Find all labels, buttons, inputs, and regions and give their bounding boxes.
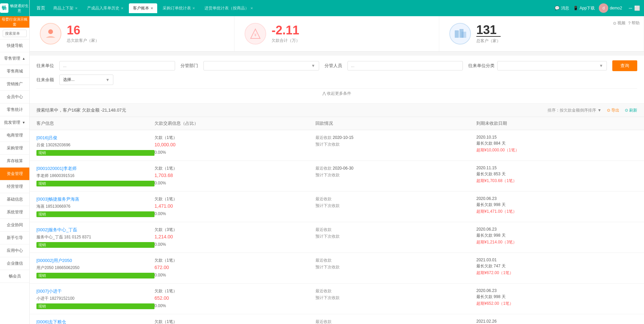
- sidebar-item-sys-mgmt[interactable]: 系统管理: [0, 206, 29, 219]
- filter-person: 分管人员 ...: [325, 61, 463, 70]
- stat-debt-customers: 16 总欠款客户（家）: [30, 16, 234, 51]
- sidebar-item-member[interactable]: 会员中心: [0, 91, 29, 104]
- sidebar-item-biz-mgmt[interactable]: 经营管理: [0, 180, 29, 193]
- table-row: [0007]小进干 小进干 18279152100 现销 欠款（1笔） 652.…: [30, 284, 644, 314]
- table-header: 客户信息 欠款交易信息（占比） 回款情况 到期未收款日期: [30, 117, 644, 130]
- overdue-link[interactable]: 超期¥1,471.00（1笔）: [476, 209, 637, 214]
- close-icon[interactable]: ✕: [150, 6, 153, 10]
- debt-customers-label: 总欠款客户（家）: [67, 38, 99, 43]
- unit-category-select[interactable]: ▼: [497, 61, 607, 70]
- sidebar-item-new-guide[interactable]: 新手引导: [0, 232, 29, 244]
- app-name: 畅捷通好生意: [10, 3, 29, 13]
- overdue-link[interactable]: 超期¥1,214.00（3笔）: [476, 239, 637, 245]
- customer-name-link[interactable]: [000002]用户2050: [36, 258, 155, 264]
- overdue-link[interactable]: 超期¥1,703.68（1笔）: [476, 178, 637, 184]
- sidebar-item-batch-mgmt[interactable]: 批发管理 ▼: [0, 116, 29, 129]
- debt-amount[interactable]: 1,471.00: [155, 203, 315, 209]
- sidebar-item-app-center[interactable]: 应用中心: [0, 244, 29, 257]
- sidebar-item-basic-info[interactable]: 基础信息: [0, 193, 29, 206]
- sidebar-item-member-vip[interactable]: 畅会员: [0, 270, 29, 283]
- return-info-cell: 最近收款 预计下次收款: [315, 288, 476, 301]
- return-info-cell: 最近收款 2020-06-30 预计下次收款: [315, 166, 476, 178]
- due-info-cell: 2020.06.23 最长欠款 998 天 超期¥1,471.00（1笔）: [476, 196, 637, 214]
- filter-dept: 分管部门 ▼: [180, 61, 319, 70]
- tab-purchase-order[interactable]: 采购订单统计表 ✕: [159, 3, 199, 13]
- tab-home[interactable]: 首页: [34, 3, 48, 13]
- unit-category-label: 往来单位分类: [468, 63, 495, 69]
- stat-total-customers: ⊙ 视频 ? 帮助 131 总客户（家）: [439, 16, 644, 51]
- export-btn[interactable]: ⊙ 导出: [607, 108, 619, 113]
- debt-amount[interactable]: 1,214.00: [155, 234, 315, 239]
- message-btn[interactable]: 💬 消息: [555, 5, 569, 11]
- minimize-icon[interactable]: ─: [629, 5, 632, 11]
- debt-pct: 0.00%: [155, 242, 315, 247]
- sidebar-item-corp-wechat[interactable]: 企业微信: [0, 257, 29, 270]
- overdue-link[interactable]: 超期¥10,000.00（1笔）: [476, 147, 637, 153]
- close-icon[interactable]: ✕: [250, 6, 253, 10]
- debt-info-cell: 欠款（1笔） 1,471.00 0.00%: [155, 196, 315, 216]
- query-button[interactable]: 查询: [612, 60, 637, 71]
- sidebar-item-purchase-mgmt[interactable]: 采购管理: [0, 142, 29, 155]
- refresh-btn[interactable]: ⊙ 刷新: [625, 108, 637, 113]
- maximize-icon[interactable]: ⬜: [634, 5, 640, 11]
- balance-select[interactable]: 选择... ▼: [59, 75, 113, 85]
- overdue-link[interactable]: 超期¥652.00（1笔）: [476, 301, 637, 306]
- sidebar-item-retail-mgmt[interactable]: 零售管理 ▲: [0, 52, 29, 65]
- customer-info-cell: [0016]吕俊 吕俊 13026203696 现销: [36, 135, 155, 156]
- search-input[interactable]: [3, 30, 27, 37]
- tab-customer-account[interactable]: 客户账本 ✕: [129, 3, 157, 13]
- sidebar-item-marketing[interactable]: 营销推广: [0, 78, 29, 91]
- sidebar-item-ecom-mgmt[interactable]: 电商管理: [0, 129, 29, 142]
- debt-amount[interactable]: 652.00: [155, 295, 315, 301]
- customer-name-link[interactable]: [0003]畅捷服务尹海蒸: [36, 196, 155, 202]
- debt-pct: 0.00%: [155, 181, 315, 185]
- chevron-down-icon: ▼: [599, 63, 603, 68]
- customer-info-cell: [000002]用户2050 用户2050 18665062050 现销: [36, 258, 155, 278]
- user-menu[interactable]: d demo2: [599, 3, 622, 13]
- sidebar-item-inventory[interactable]: 库存核算: [0, 155, 29, 168]
- svg-rect-2: [455, 30, 459, 38]
- debt-amount[interactable]: 10,000.00: [155, 142, 315, 147]
- debt-info-cell: 欠款（1笔） 10,000.00 0.00%: [155, 135, 315, 155]
- tab-product-history[interactable]: 产成品入库单历史 ✕: [83, 3, 128, 13]
- sidebar-item-quick-nav[interactable]: 快捷导航: [0, 39, 29, 52]
- sidebar-item-retail-mall[interactable]: 零售商城: [0, 65, 29, 78]
- refresh-icon: ⊙: [625, 108, 628, 113]
- debt-amount[interactable]: 672.00: [155, 265, 315, 270]
- tab-purchase-stat[interactable]: 进货单统计表（按商品） ✕: [200, 3, 257, 13]
- debt-info-cell: 欠款（1笔） 455.90 0.00%: [155, 319, 315, 324]
- sidebar-item-retail-stat[interactable]: 零售统计: [0, 104, 29, 116]
- video-btn[interactable]: ⊙ 视频: [613, 20, 625, 26]
- close-icon[interactable]: ✕: [75, 6, 78, 10]
- sidebar-item-corp-collab[interactable]: 企业协同: [0, 219, 29, 232]
- overdue-link[interactable]: 超期¥672.00（1笔）: [476, 270, 637, 276]
- col-return-info: 回款情况: [315, 120, 476, 126]
- app-subtitle[interactable]: 母婴行业演示账套: [0, 16, 29, 28]
- help-btn[interactable]: ? 帮助: [628, 20, 640, 26]
- sidebar-item-fund-mgmt[interactable]: 资金管理: [0, 168, 29, 180]
- dept-select[interactable]: ▼: [203, 61, 319, 70]
- due-info-cell: 2021.02.26 最长欠款 750 天 超期¥455.90（1笔）: [476, 319, 637, 324]
- customer-tag: 现销: [36, 242, 155, 248]
- collapse-filters-btn[interactable]: ⋀ 收起更多条件: [36, 88, 637, 98]
- customer-name-link[interactable]: [0006]去下粮仓: [36, 319, 155, 324]
- close-icon[interactable]: ✕: [121, 6, 123, 10]
- svg-rect-4: [461, 32, 466, 38]
- table-row: [0006]去下粮仓 陈小希 现销 欠款（1笔） 455.90 0.00% 最近…: [30, 314, 644, 324]
- customer-name-link[interactable]: [0002]服务中心_丁磊: [36, 227, 155, 233]
- app-download-btn[interactable]: 📱 App下载: [573, 5, 595, 11]
- close-icon[interactable]: ✕: [192, 6, 195, 10]
- customer-name-link[interactable]: [0016]吕俊: [36, 135, 155, 141]
- customer-name-link[interactable]: [0001020001]李老师: [36, 166, 155, 172]
- svg-text:¥: ¥: [254, 33, 257, 37]
- customer-tag: 现销: [36, 150, 155, 156]
- export-icon: ⊙: [607, 108, 610, 113]
- person-input[interactable]: ...: [347, 61, 463, 70]
- sort-select[interactable]: 排序：按欠款金额倒序排序 ▼: [548, 108, 601, 113]
- tab-product-offline[interactable]: 商品上下架 ✕: [49, 3, 82, 13]
- source-unit-input[interactable]: ...: [59, 61, 175, 70]
- due-info-cell: 2020.06.23 最长欠款 998 天 超期¥1,214.00（3笔）: [476, 227, 637, 245]
- debt-amount[interactable]: 1,703.68: [155, 173, 315, 178]
- customer-name-link[interactable]: [0007]小进干: [36, 288, 155, 294]
- debt-count: 欠款（3笔）: [155, 227, 315, 233]
